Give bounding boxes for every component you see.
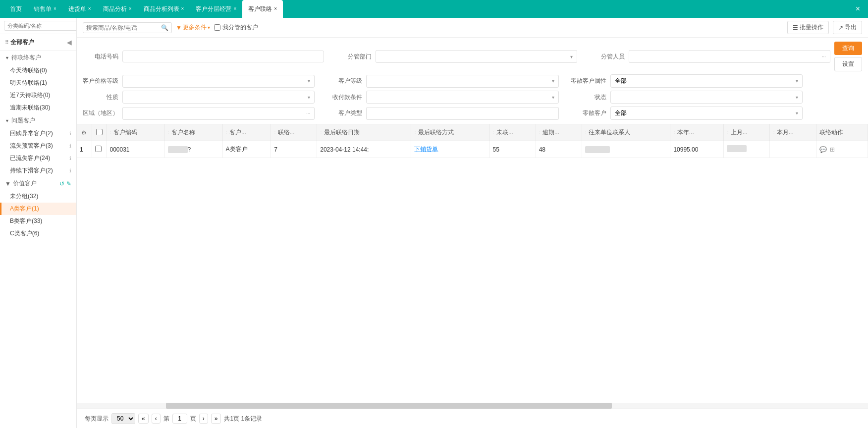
region-select[interactable]: ··· (122, 107, 315, 120)
export-icon: ↗ (838, 24, 843, 31)
nav-analysis[interactable]: 商品分析 × (97, 0, 138, 18)
price-grade-select[interactable]: ▾ (122, 75, 315, 88)
sidebar-item-overdue[interactable]: 逾期未联络(30) (0, 102, 76, 114)
sidebar-item-class-b[interactable]: B类客户(33) (0, 215, 76, 227)
chevron-down-icon: ▾ (208, 25, 210, 30)
query-button[interactable]: 查询 (834, 42, 862, 55)
sidebar-collapse-icon[interactable]: ◀ (67, 39, 71, 46)
close-analysis-icon[interactable]: × (129, 0, 132, 18)
page-number-input[interactable] (172, 414, 187, 424)
col-last-month: :上月... (724, 124, 770, 141)
nav-sales[interactable]: 销售单 × (28, 0, 62, 18)
filter-price-grade-field: 客户价格等级 ▾ (83, 75, 315, 88)
nav-home[interactable]: 首页 (4, 0, 28, 18)
customer-grade-select[interactable]: ▾ (366, 75, 558, 88)
message-action-icon[interactable]: 💬 (819, 146, 827, 153)
col-name: :客户名称 (164, 124, 222, 141)
close-purchase-icon[interactable]: × (88, 0, 91, 18)
payment-select[interactable]: ▾ (366, 91, 558, 104)
retail-select[interactable]: 全部 ▾ (610, 107, 803, 120)
action-icons: 💬 ⊞ (819, 146, 865, 153)
horizontal-scrollbar[interactable] (77, 403, 868, 409)
filter-search-icon[interactable]: 🔍 (161, 24, 168, 31)
price-grade-chevron-icon: ▾ (308, 78, 310, 84)
window-close-button[interactable]: × (852, 4, 864, 13)
col-last-method: :最后联络方式 (411, 124, 489, 141)
sidebar-item-class-a[interactable]: A类客户(1) (0, 203, 76, 215)
sidebar-item-tomorrow[interactable]: 明天待联络(1) (0, 77, 76, 89)
filter-btn-col: 查询 设置 (834, 42, 862, 71)
sidebar-item-churned[interactable]: 已流失客户(24) ℹ (0, 152, 76, 164)
sidebar-all-customers[interactable]: ⠿ 全部客户 ◀ (0, 34, 76, 51)
payment-chevron-icon: ▾ (552, 95, 554, 100)
close-analysis-list-icon[interactable]: × (181, 0, 184, 18)
filter-right-actions: ☰ 批量操作 ↗ 导出 (787, 21, 862, 34)
phone-input[interactable] (122, 51, 324, 62)
sidebar-item-class-c[interactable]: C类客户(6) (0, 227, 76, 240)
filter-search-input[interactable] (86, 24, 161, 31)
retail-attr-select[interactable]: 全部 ▾ (610, 74, 803, 88)
main-layout: 🔍 ⠿ 全部客户 ◀ ▼ 待联络客户 今天待联络(0) 明天待联络(1) 近7天… (0, 18, 868, 428)
filter-row-4: 区域（地区） ··· 客户类型 零散客户 全部 ▾ (83, 107, 862, 120)
sidebar-item-churn-warn[interactable]: 流失预警客户(3) ℹ (0, 140, 76, 152)
close-segment-icon[interactable]: × (233, 0, 236, 18)
filter-row-2: 客户价格等级 ▾ 客户等级 ▾ 零散客户属性 全部 (83, 74, 862, 88)
nature-select[interactable]: ▾ (122, 91, 315, 104)
prev-page-button[interactable]: ‹ (152, 414, 161, 424)
customer-type-select[interactable] (366, 107, 558, 120)
scrollbar-thumb[interactable] (166, 403, 612, 409)
col-type: :客户... (222, 124, 271, 141)
filter-manager-field: 分管人员 ··· (589, 50, 830, 63)
row-select-checkbox[interactable] (95, 146, 102, 152)
sidebar-item-today[interactable]: 今天待联络(0) (0, 64, 76, 77)
filter-bar: 🔍 ▼ 更多条件 ▾ 我分管的客户 ☰ 批量操作 ↗ 导出 (77, 18, 868, 38)
next-page-button[interactable]: › (199, 414, 208, 424)
last-method-link[interactable]: 下销货单 (414, 146, 438, 153)
status-select[interactable]: ▾ (610, 91, 803, 104)
page-size-select[interactable]: 50 (111, 413, 135, 424)
filter-search-wrap: 🔍 (83, 22, 172, 33)
sidebar-item-declining[interactable]: 持续下滑客户(2) ℹ (0, 164, 76, 177)
edit-group-icon[interactable]: ✎ (66, 180, 71, 187)
batch-operation-button[interactable]: ☰ 批量操作 (787, 21, 829, 34)
triangle-value-icon: ▼ (5, 180, 11, 187)
col-settings[interactable]: ⚙ (77, 124, 92, 141)
pagination: 每页显示 50 « ‹ 第 页 › » 共1页 1条记录 (85, 413, 262, 424)
sidebar-section-problem[interactable]: ▼ 问题客户 (0, 114, 76, 127)
row-last-method[interactable]: 下销货单 (411, 141, 489, 158)
close-contact-icon[interactable]: × (274, 0, 277, 18)
row-checkbox[interactable] (92, 141, 107, 158)
sidebar-item-repurchase-abnormal[interactable]: 回购异常客户(2) ℹ (0, 127, 76, 140)
sidebar-value-icons: ↺ ✎ (59, 180, 71, 187)
select-all-checkbox[interactable] (96, 129, 103, 135)
first-page-button[interactable]: « (138, 414, 149, 424)
manager-select[interactable]: ··· (629, 50, 830, 63)
close-sales-icon[interactable]: × (54, 0, 56, 18)
sidebar-item-7days[interactable]: 近7天待联络(0) (0, 89, 76, 102)
filter-nature-field: 性质 ▾ (83, 91, 315, 104)
customer-grade-chevron-icon: ▾ (552, 78, 554, 84)
row-contact-count: 7 (271, 141, 317, 158)
filter-my-customers[interactable]: 我分管的客户 (214, 23, 258, 32)
content-area: 🔍 ▼ 更多条件 ▾ 我分管的客户 ☰ 批量操作 ↗ 导出 (77, 18, 868, 428)
settings-button[interactable]: 设置 (834, 57, 862, 71)
settings-icon[interactable]: ⚙ (81, 129, 87, 136)
dept-select[interactable]: ▾ (376, 50, 577, 63)
nav-customer-segment[interactable]: 客户分层经营 × (190, 0, 242, 18)
refresh-icon[interactable]: ↺ (59, 180, 64, 187)
nav-customer-contact[interactable]: 客户联络 × (242, 0, 283, 18)
nav-analysis-list[interactable]: 商品分析列表 × (138, 0, 190, 18)
filter-customer-type-field: 客户类型 (326, 107, 558, 120)
sidebar-section-value[interactable]: ▼ 价值客户 ↺ ✎ (0, 177, 76, 190)
region-dots-icon: ··· (306, 110, 310, 116)
qr-action-icon[interactable]: ⊞ (830, 146, 835, 153)
sidebar-item-unclassified[interactable]: 未分组(32) (0, 190, 76, 203)
sidebar-search-input[interactable] (4, 21, 77, 31)
filter-more-btn[interactable]: ▼ 更多条件 ▾ (176, 23, 210, 32)
sidebar-section-pending[interactable]: ▼ 待联络客户 (0, 51, 76, 64)
nav-purchase[interactable]: 进货单 × (62, 0, 97, 18)
my-customers-checkbox[interactable] (214, 24, 220, 31)
col-checkbox[interactable] (92, 124, 107, 141)
last-page-button[interactable]: » (211, 414, 221, 424)
export-button[interactable]: ↗ 导出 (833, 21, 862, 34)
